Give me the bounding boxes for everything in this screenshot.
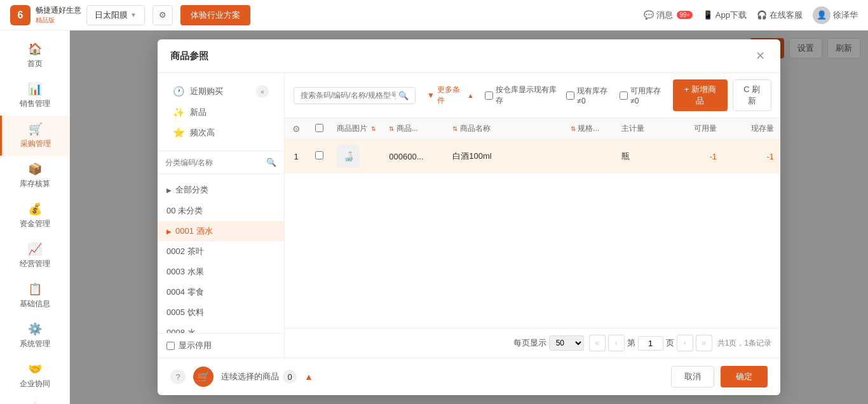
app-download-label: App下载: [715, 10, 747, 21]
category-item-0002[interactable]: 0002 茶叶: [158, 241, 284, 262]
category-00-label: 00 未分类: [166, 205, 203, 217]
product-search-input[interactable]: [301, 91, 396, 100]
collapse-button[interactable]: «: [256, 85, 269, 98]
sidebar-item-home[interactable]: 🏠 首页: [0, 36, 69, 76]
col-avail-header: 可用量: [666, 118, 723, 140]
warehouse-stock-checkbox[interactable]: [485, 91, 493, 100]
sidebar-item-system[interactable]: ⚙️ 系统管理: [0, 316, 69, 356]
refresh-button[interactable]: C 刷新: [733, 79, 771, 111]
sidebar-item-guide[interactable]: 🌟 新手引导: [0, 396, 69, 404]
show-disabled-checkbox[interactable]: [166, 342, 175, 350]
select-all-checkbox[interactable]: [315, 124, 323, 132]
store-selector[interactable]: 日太阳膜 ▼: [86, 5, 145, 25]
prev-page-button[interactable]: ‹: [608, 335, 625, 351]
modal-footer: ? 🛒 连续选择的商品 0 ▲ 取消 确定: [158, 358, 780, 395]
top-nav-middle: 日太阳膜 ▼ ⚙ 体验行业方案: [86, 5, 644, 25]
all-category-item[interactable]: ▶ 全部分类: [158, 179, 284, 201]
page-label: 第: [627, 337, 635, 349]
user-item[interactable]: 👤 徐泽华: [813, 6, 858, 24]
page-number-input[interactable]: [638, 336, 663, 351]
table-settings-icon[interactable]: ⚙: [292, 124, 301, 134]
filter-arrow-icon: ▲: [468, 92, 474, 99]
category-search: 🔍: [158, 151, 284, 174]
sidebar: 🏠 首页 📊 销售管理 🛒 采购管理 📦 库存核算 💰 资金管理 📈 经营管理 …: [0, 30, 70, 404]
category-item-00[interactable]: 00 未分类: [158, 201, 284, 221]
collapse-arrow-icon[interactable]: ▲: [304, 372, 313, 382]
per-page-select[interactable]: 10 20 50 100: [549, 335, 584, 351]
warehouse-stock-filter[interactable]: 按仓库显示现有库存: [485, 84, 560, 106]
next-page-button[interactable]: ›: [677, 335, 693, 351]
selected-count-badge: 0: [283, 370, 297, 384]
new-product-item[interactable]: ✨ 新品: [165, 102, 276, 123]
star-icon: ⭐: [173, 127, 185, 138]
col-name-header: ⇅ 商品名称: [446, 118, 564, 140]
basic-icon: 📋: [28, 282, 42, 296]
new-product-label: 新品: [190, 107, 207, 118]
service-label: 在线客服: [770, 10, 803, 21]
home-icon: 🏠: [28, 42, 42, 56]
category-search-input[interactable]: [165, 158, 262, 167]
top-nav-right: 💬 消息 99+ 📱 App下载 🎧 在线客服 👤 徐泽华: [644, 6, 858, 24]
sales-icon: 📊: [28, 82, 42, 96]
page-unit: 页: [666, 337, 674, 349]
logo-area: 6 畅捷通好生意 精品版: [10, 5, 86, 25]
add-product-button[interactable]: + 新增商品: [673, 79, 727, 111]
category-item-0003[interactable]: 0003 水果: [158, 262, 284, 282]
recent-purchase-item[interactable]: 🕐 近期购买 «: [165, 81, 276, 102]
avail-nonzero-label: 可用库存≠0: [630, 86, 667, 105]
modal-close-button[interactable]: ✕: [752, 48, 768, 64]
row-name-cell: 白酒100ml: [446, 140, 564, 173]
sidebar-item-collab[interactable]: 🤝 企业协同: [0, 356, 69, 396]
selected-goods-info: 连续选择的商品 0: [221, 370, 297, 384]
category-item-0001[interactable]: ▶ 0001 酒水: [158, 221, 284, 241]
sidebar-item-business[interactable]: 📈 经营管理: [0, 236, 69, 276]
first-page-button[interactable]: «: [589, 335, 606, 351]
sidebar-item-sales[interactable]: 📊 销售管理: [0, 76, 69, 116]
logo-title: 畅捷通好生意: [36, 5, 81, 16]
category-item-0005[interactable]: 0005 饮料: [158, 302, 284, 323]
category-item-0008[interactable]: 0008 水: [158, 323, 284, 333]
message-icon: 💬: [644, 10, 654, 20]
per-page-label: 每页显示: [513, 337, 546, 349]
show-disabled-section: 显示停用: [158, 333, 284, 358]
content-area: 查询 设置 刷新 商品参照 ✕ 🕐: [70, 30, 868, 404]
avail-nonzero-checkbox[interactable]: [620, 91, 628, 100]
frequent-item[interactable]: ⭐ 频次高: [165, 123, 276, 143]
sidebar-item-inventory[interactable]: 📦 库存核算: [0, 156, 69, 196]
product-table: ⚙ 商品图片 ⇅: [285, 118, 780, 173]
nonzero-stock-checkbox[interactable]: [566, 91, 574, 100]
category-0008-label: 0008 水: [166, 327, 196, 333]
row-checkbox[interactable]: [315, 151, 323, 159]
more-filter-button[interactable]: ▼ 更多条件 ▲: [422, 82, 478, 109]
confirm-button[interactable]: 确定: [721, 366, 768, 387]
sidebar-label-home: 首页: [27, 58, 43, 69]
category-item-0004[interactable]: 0004 零食: [158, 282, 284, 302]
last-page-button[interactable]: »: [696, 335, 712, 351]
cancel-button[interactable]: 取消: [671, 366, 714, 387]
product-thumbnail: 🍶: [337, 145, 360, 168]
app-download-item[interactable]: 📱 App下载: [703, 10, 747, 21]
col-code-header: ⇅ 商品...: [383, 118, 446, 140]
username-label: 徐泽华: [833, 10, 858, 21]
sidebar-item-finance[interactable]: 💰 资金管理: [0, 196, 69, 236]
nonzero-stock-filter[interactable]: 现有库存≠0: [566, 86, 613, 105]
sidebar-item-basic[interactable]: 📋 基础信息: [0, 276, 69, 316]
service-item[interactable]: 🎧 在线客服: [757, 10, 803, 21]
left-panel: 🕐 近期购买 « ✨ 新品 ⭐ 频次高: [158, 73, 285, 358]
footer-left: ? 🛒 连续选择的商品 0 ▲: [170, 367, 313, 387]
sidebar-item-purchase[interactable]: 🛒 采购管理: [0, 116, 69, 156]
modal-body: 🕐 近期购买 « ✨ 新品 ⭐ 频次高: [158, 73, 780, 358]
table-row[interactable]: 1 🍶 000600... 白酒100ml: [285, 140, 780, 173]
cart-icon[interactable]: 🛒: [193, 367, 214, 387]
avail-nonzero-filter[interactable]: 可用库存≠0: [620, 86, 667, 105]
experience-btn[interactable]: 体验行业方案: [180, 5, 250, 25]
sidebar-label-sales: 销售管理: [20, 98, 50, 109]
message-nav-item[interactable]: 💬 消息 99+: [644, 10, 692, 21]
search-magnify-icon[interactable]: 🔍: [398, 91, 409, 100]
spec-col-sort-icon: ⇅: [571, 125, 576, 132]
logo-sub: 精品版: [36, 16, 81, 25]
settings-button[interactable]: ⚙: [153, 5, 173, 25]
sidebar-label-finance: 资金管理: [20, 219, 50, 229]
help-icon[interactable]: ?: [170, 369, 186, 384]
search-icon[interactable]: 🔍: [266, 158, 276, 167]
